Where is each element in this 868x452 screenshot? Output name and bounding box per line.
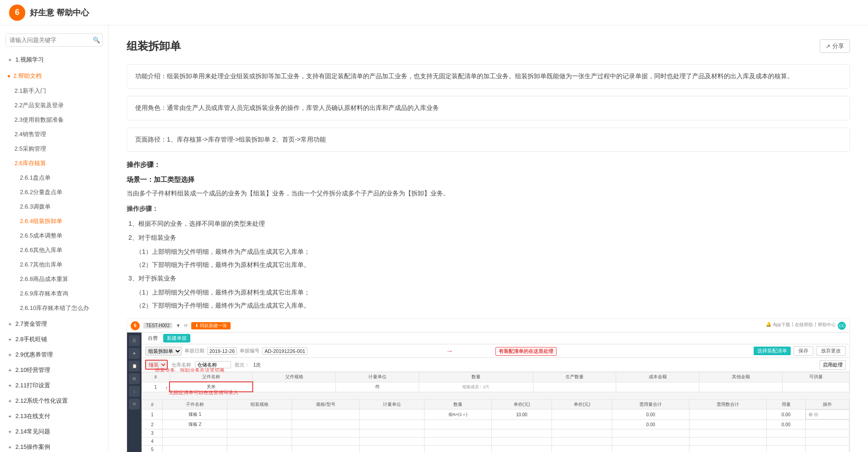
td-unit: 件 [336,382,419,392]
sidebar-item-2-2[interactable]: 2.2产品安装及登录 [0,98,108,113]
plus-icon-2: ＋ [7,320,13,328]
sidebar-item-label: 1.视频学习 [15,56,44,64]
step1: 1、根据不同的业务，选择不同单据的类型来处理 [127,218,850,229]
bth-ops: 操作 [806,400,849,409]
sidebar-item-2-6-1[interactable]: 2.6.1盘点单 [0,171,108,185]
th-parent-name: 父件名称 [170,372,253,382]
mock-icon-1: ☰ [129,335,140,346]
mock-type-selector: 组装拆卸单 [145,347,182,356]
mock-batch-value: 1次 [253,362,261,368]
mock-order-label: 单据编号 [240,347,259,354]
sidebar-item-coupon[interactable]: ＋ 2.9优惠券管理 [0,347,108,362]
row-copy-icon: ⊕ [808,411,813,418]
sidebar-item-cases[interactable]: ＋ 2.15操作案例 [0,439,108,452]
mock-icon-6: ⟲ [129,399,140,409]
sidebar-item-faq[interactable]: ＋ 2.14常见问题 [0,424,108,439]
sidebar-item-label: 2.7资金管理 [15,320,47,328]
bth-usage: 用量 [766,400,806,409]
minus-icon: ● [7,73,10,79]
user-avatar: CC [838,322,846,330]
sidebar-item-pay[interactable]: ＋ 2.13在线支付 [0,409,108,424]
arrow-combo: ↑ [151,362,154,369]
pipe: | [815,322,816,330]
role-block: 使用角色：通常由生产人员或库管人员完成拆装业务的操作，库管人员确认原材料的出库和… [127,96,850,120]
step3-sub2: （2）下部明细为子件明细，最终作为产成品生成其它入库单。 [136,300,850,311]
table-row: 1 关米 件 组装成员：1只 [142,382,849,392]
mock-outer-header: 6 TEST-H002 ▼ ⟳ ⬇ 同款新建一张 🔔 App下载 | 在线帮助 … [127,319,849,333]
th-qty: 数量 [419,372,533,382]
table-row: 1 煤板 1 低%×(1＋) 10.00 0.00 [142,409,849,420]
mock-date-value: 2019-12-26 [207,347,237,355]
sidebar-item-2-6[interactable]: 2.6库存核算 [0,156,108,171]
plus-icon-4: ＋ [7,351,13,359]
mock-selector-btn: 选择装配清单 [754,347,791,355]
help-text: 在线帮助 [795,322,813,330]
sidebar-item-2-5[interactable]: 2.5采购管理 [0,142,108,156]
step2-sub2: （2）下部明细为子件明细，最终作为原材料生成其它出库单。 [136,259,850,271]
scene-desc-text: 当由多个子件材料组装成一个成品的业务为【组装】业务，当由一个父件拆分成多个子产品… [127,190,449,197]
mock-bottom-table: # 子件名称 组装规格 规格/型号 计量单位 数量 单价(元) 单价(元) 需用 [142,400,849,452]
mock-batch-label: 批次： [235,362,250,368]
screenshot-inner: 6 TEST-H002 ▼ ⟳ ⬇ 同款新建一张 🔔 App下载 | 在线帮助 … [127,319,849,452]
search-button[interactable]: 🔍 [89,34,103,46]
share-button[interactable]: ↗ 分享 [820,39,850,53]
sidebar-item-label: 2.帮助文档 [13,72,42,80]
plus-icon-3: ＋ [7,336,13,343]
app-download: App下载 [773,322,790,330]
plus-icon-9: ＋ [7,428,13,436]
mock-header-left: 6 TEST-H002 ▼ ⟳ ⬇ 同款新建一张 [131,321,231,330]
sidebar-item-2-6-2[interactable]: 2.6.2分量盘点单 [0,185,108,200]
bth-qty: 数量 [424,400,491,409]
sidebar-item-system[interactable]: ＋ 2.12系统个性化设置 [0,393,108,409]
plus-icon-5: ＋ [7,366,13,374]
sidebar-item-2-6-5[interactable]: 2.6.5成本调整单 [0,228,108,243]
bth-need-total: 需用量合计 [612,400,689,409]
screenshot-container: 6 TEST-H002 ▼ ⟳ ⬇ 同款新建一张 🔔 App下载 | 在线帮助 … [127,319,850,452]
mock-tab-1: 自费 [144,334,161,343]
mock-order-value: AD-20191226-001 [262,347,307,355]
intro-text: 功能介绍：组装拆卸单用来处理企业组装或拆卸等加工业务，支持有固定装配清单的产品加… [135,72,793,80]
center-text: 帮助中心 [818,322,836,330]
app-title: 好生意 帮助中心 [30,7,89,18]
sidebar-item-mgmt[interactable]: ＋ 2.10经营管理 [0,362,108,378]
mock-date-label: 单据日期 [184,347,204,354]
plus-icon-7: ＋ [7,397,13,405]
search-input[interactable] [6,34,89,46]
step2: 2、对于组装业务 [127,232,850,243]
sidebar-item-docs[interactable]: ● 2.帮助文档 [0,68,108,84]
step3: 3、对于拆装业务 [127,273,850,284]
nav-section-2: ● 2.帮助文档 2.1新手入门 2.2产品安装及登录 2.3使用前数据准备 2… [0,68,108,315]
sidebar-item-label: 2.13在线支付 [15,412,50,420]
search-icon: 🔍 [93,37,100,43]
sidebar-item-2-6-9[interactable]: 2.6.9库存账本查询 [0,286,108,301]
annotation-arrow-1: → [446,347,453,355]
sidebar-item-2-6-10[interactable]: 2.6.10库存账本错了怎么办 [0,301,108,315]
sidebar-item-print[interactable]: ＋ 2.11打印设置 [0,378,108,393]
table-row: 2 煤板 2 0.00 [142,420,849,429]
table-row: 4 [142,438,849,446]
share-label: 分享 [832,42,844,50]
new-doc-btn: ⬇ 同款新建一张 [191,322,231,329]
logo-icon: 6 [9,5,25,21]
sidebar-item-label: 2.15操作案例 [15,443,50,451]
sidebar-item-2-6-4[interactable]: 2.6.4组装拆卸单 [0,214,108,228]
sidebar-item-mobile[interactable]: ＋ 2.8手机旺铺 [0,332,108,347]
mock-body: ☰ ★ 📋 ⊞ ↕ ⟲ 自费 新建单据 [127,333,849,452]
main-content: 组装拆卸单 ↗ 分享 功能介绍：组装拆卸单用来处理企业组装或拆卸等加工业务，支持… [108,25,868,452]
sidebar-item-2-6-8[interactable]: 2.6.8商品成本重算 [0,272,108,286]
sidebar-item-2-6-3[interactable]: 2.6.3调拨单 [0,200,108,214]
sidebar-item-2-4[interactable]: 2.4销售管理 [0,127,108,142]
sidebar-item-videos[interactable]: ＋ 1.视频学习 [0,52,108,67]
sidebar-item-2-6-7[interactable]: 2.6.7其他出库单 [0,257,108,272]
mock-icon-3: 📋 [129,361,140,371]
sidebar-item-label: 2.12系统个性化设置 [15,397,68,405]
sidebar-item-2-3[interactable]: 2.3使用前数据准备 [0,113,108,127]
sidebar-item-2-1[interactable]: 2.1新手入门 [0,84,108,98]
nav-section-1: ＋ 1.视频学习 [0,52,108,67]
sidebar: 🔍 ＋ 1.视频学习 ● 2.帮助文档 2.1新手入门 2.2产品安装及登录 2… [0,25,108,452]
th-parent-spec: 父件规格 [253,372,336,382]
td-cost-val [616,382,699,392]
sidebar-item-2-6-6[interactable]: 2.6.6其他入库单 [0,243,108,257]
test-badge: TEST-H002 [143,323,172,328]
sidebar-item-finance[interactable]: ＋ 2.7资金管理 [0,316,108,332]
